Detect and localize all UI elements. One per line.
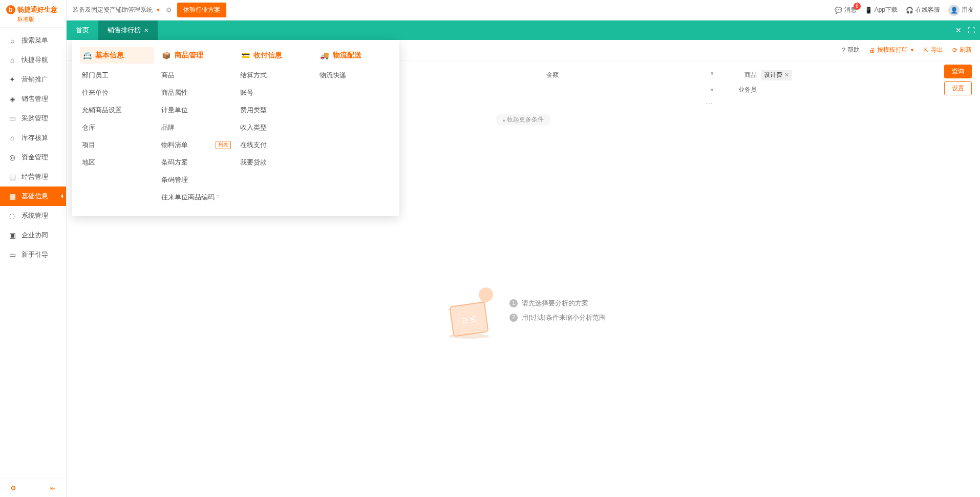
mega-menu-item[interactable]: 费用类型 [238,101,312,119]
remove-chip-icon[interactable]: ✕ [784,72,789,78]
sidebar-item-5[interactable]: ⌂库存核算 [0,128,66,148]
fullscreen-icon[interactable]: ⛶ [968,26,975,34]
nav-icon: ◎ [8,153,16,161]
sidebar-item-10[interactable]: ▣企业协同 [0,225,66,245]
query-button[interactable]: 查询 [944,65,972,78]
nav-label: 企业协同 [22,231,48,240]
topbar: 装备及固定资产辅助管理系统 ▼ ⚙ 体验行业方案 💬 消息 6 📱 App下载 … [67,0,980,20]
sidebar-item-1[interactable]: ⌂快捷导航 [0,50,66,70]
sidebar-item-3[interactable]: ◈销售管理 [0,89,66,109]
sidebar-item-7[interactable]: ▤经营管理 [0,167,66,187]
chevron-down-icon[interactable]: ▼ [710,71,715,76]
mega-column-2: 💳收付信息结算方式账号费用类型收入类型在线支付我要贷款 [238,47,312,206]
nav-label: 经营管理 [22,172,48,181]
help-icon: ? [842,47,845,54]
experience-plan-button[interactable]: 体验行业方案 [177,3,226,17]
step-2-badge: 2 [509,314,518,322]
collapse-sidebar-icon[interactable]: ⇤ [50,484,56,492]
nav-icon: ✦ [8,75,16,84]
phone-icon: 📱 [865,7,872,14]
mega-menu-item[interactable]: 计量单位 [159,101,233,119]
sidebar-item-2[interactable]: ✦营销推广 [0,70,66,89]
mega-menu-item[interactable]: 物流快递 [317,67,392,84]
nav-label: 营销推广 [22,75,48,84]
mega-menu-item[interactable]: 结算方式 [238,67,312,84]
mega-menu-item[interactable]: 账号 [238,84,312,101]
brand-name: 畅捷通好生意 [17,5,57,14]
tab-home[interactable]: 首页 [67,20,98,40]
mega-menu-item[interactable]: 条码方案 [159,154,233,171]
filter-settings-button[interactable]: 设置 [944,81,972,95]
user-menu[interactable]: 👤 用友 [948,5,974,16]
mega-menu-item[interactable]: 商品 [159,67,233,84]
nav-icon: ◈ [8,95,16,103]
message-icon: 💬 [835,7,842,14]
step-1-badge: 1 [509,299,518,307]
mega-menu-item[interactable]: 部门员工 [80,67,154,84]
chevron-down-icon[interactable]: ▼ [710,87,715,93]
mega-menu-item[interactable]: 仓库 [80,119,154,136]
mega-menu-item[interactable]: 收入类型 [238,119,312,136]
system-settings-icon[interactable]: ⚙ [166,6,172,14]
close-tab-icon[interactable]: ✕ [144,27,148,34]
sidebar-item-8[interactable]: ▦基础信息 [0,187,66,206]
online-service-link[interactable]: 🎧 在线客服 [906,6,940,14]
mega-menu-item[interactable]: 在线支付 [238,136,312,154]
tab-bar: 首页 销售排行榜 ✕ ✕ ⛶ [67,20,980,40]
mega-menu-item[interactable]: 允销商品设置 [80,101,154,119]
nav-label: 销售管理 [22,94,48,103]
help-link[interactable]: ? 帮助 [842,46,860,54]
nav-icon: ▭ [8,114,16,122]
mega-header: 🚚物流配送 [317,47,392,64]
nav-label: 资金管理 [22,153,48,162]
export-button[interactable]: ⇱ 导出 [924,46,943,54]
template-print-button[interactable]: 🖨 按模板打印 ▼ [869,46,914,54]
export-icon: ⇱ [924,47,929,54]
nav-label: 搜索菜单 [22,36,48,45]
mega-menu-item[interactable]: 我要贷款 [238,154,312,171]
sidebar-item-6[interactable]: ◎资金管理 [0,148,66,167]
app-download-link[interactable]: 📱 App下载 [865,6,898,14]
nav-label: 系统管理 [22,211,48,220]
nav-label: 库存核算 [22,133,48,142]
basic-info-mega-menu: 📇基本信息部门员工往来单位允销商品设置仓库项目地区📦商品管理商品商品属性计量单位… [72,40,399,216]
product-filter-chip: 设计费 ✕ [761,70,792,80]
logo-area: b 畅捷通好生意 标准版 [0,0,66,28]
brand-logo-icon: b [6,5,15,14]
nav-icon: ▣ [8,231,16,239]
sidebar-item-11[interactable]: ▭新手引导 [0,245,66,264]
mega-menu-item[interactable]: 项目 [80,136,154,154]
mega-menu-item[interactable]: 物料清单列表 [159,136,233,154]
category-icon: 🚚 [319,50,330,60]
nav-icon: ◌ [8,212,16,220]
product-label: 商品 [726,71,757,79]
more-filter-icon[interactable]: ⋯ [704,99,715,108]
sidebar-item-9[interactable]: ◌系统管理 [0,206,66,225]
category-icon: 📦 [161,50,172,60]
system-selector[interactable]: 装备及固定资产辅助管理系统 ▼ [73,6,161,14]
chevron-up-icon: ▴ [503,117,505,122]
brand-edition: 标准版 [17,15,60,23]
mega-menu-item[interactable]: 商品属性 [159,84,233,101]
tab-sales-ranking[interactable]: 销售排行榜 ✕ [98,20,158,40]
sidebar-item-0[interactable]: ⌕搜索菜单 [0,31,66,50]
sidebar-item-4[interactable]: ▭采购管理 [0,109,66,128]
mega-column-1: 📦商品管理商品商品属性计量单位品牌物料清单列表条码方案条码管理往来单位商品编码? [159,47,233,206]
mega-header: 💳收付信息 [238,47,312,64]
mega-menu-item[interactable]: 往来单位商品编码? [159,189,233,206]
salesperson-label: 业务员 [726,86,757,94]
nav-icon: ▤ [8,173,16,181]
nav-icon: ⌂ [8,134,16,142]
sidebar-footer: ⚙ ⇤ [0,479,66,497]
mega-menu-item[interactable]: 往来单位 [80,84,154,101]
close-all-tabs-icon[interactable]: ✕ [955,26,962,34]
sidebar-nav: ⌕搜索菜单⌂快捷导航✦营销推广◈销售管理▭采购管理⌂库存核算◎资金管理▤经营管理… [0,28,66,479]
settings-gear-icon[interactable]: ⚙ [10,484,16,492]
mega-header: 📦商品管理 [159,47,233,64]
refresh-button[interactable]: ⟳ 刷新 [952,46,972,54]
mega-menu-item[interactable]: 品牌 [159,119,233,136]
messages-link[interactable]: 💬 消息 6 [835,6,857,14]
mega-menu-item[interactable]: 条码管理 [159,171,233,189]
mega-menu-item[interactable]: 地区 [80,154,154,171]
print-icon: 🖨 [869,47,875,54]
